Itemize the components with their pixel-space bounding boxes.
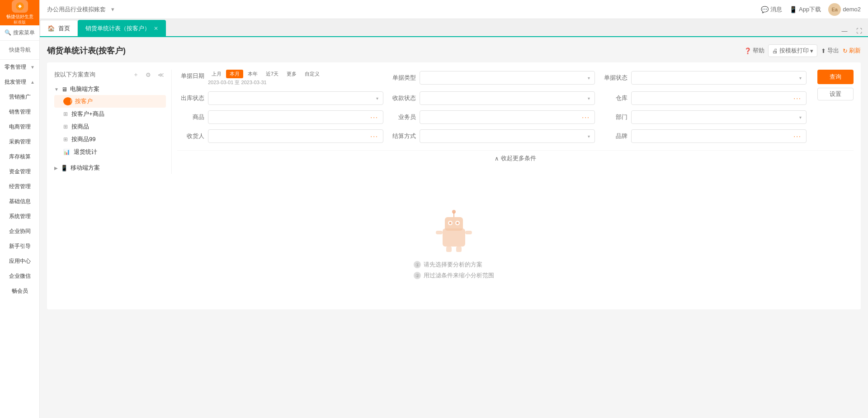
empty-illustration [427,208,481,253]
operation-label: 经营管理 [9,183,31,190]
sidebar-item-finance[interactable]: 资金管理 [0,164,39,179]
svg-rect-2 [445,217,463,231]
filter-panel: 按以下方案查询 ＋ ⚙ ≪ ▼ [47,62,861,181]
sidebar-item-operation[interactable]: 经营管理 [0,179,39,194]
plan-icons: ＋ ⚙ ≪ [131,70,166,80]
sidebar-item-wholesale[interactable]: 批发管理 ▲ [0,75,39,90]
page-action-group: ❓ 帮助 🖨 按模板打印 ▾ ⬆ 导出 ↻ 刷新 [744,44,861,57]
retail-arrow: ▼ [30,65,35,70]
by-customer-product-icon: ⊞ [63,111,68,117]
settings-button[interactable]: 设置 [817,88,854,100]
sidebar-item-basic[interactable]: 基础信息 [0,194,39,209]
plan-group-mobile: ▶ 📱 移动端方案 [54,162,166,174]
out-status-select[interactable]: ▾ [208,91,383,105]
doc-status-label: 单据状态 [600,74,627,82]
plan-items-desktop: 按 按客户 ⊞ 按客户+商品 ⊞ 按商品 [54,95,166,158]
template-print-label: 按模板打印 [779,47,809,55]
export-btn[interactable]: ⬆ 导出 [821,47,839,55]
sidebar-item-wechat[interactable]: 企业微信 [0,269,39,284]
doc-status-select[interactable]: ▾ [631,71,807,85]
filter-doc-status: 单据状态 ▾ [600,70,807,86]
sidebar-item-marketing[interactable]: 营销推广 [0,90,39,104]
tip-num-1: ① [414,261,421,268]
plan-collapse-btn[interactable]: ≪ [156,70,166,80]
date-pill-this-month[interactable]: 本月 [226,70,243,78]
date-pill-last-month[interactable]: 上月 [208,70,225,78]
sidebar-item-sales[interactable]: 销售管理 [0,104,39,119]
export-label: 导出 [827,47,839,55]
template-print-arrow: ▾ [810,48,813,54]
sidebar-item-apps[interactable]: 应用中心 [0,254,39,269]
salesperson-label: 业务员 [389,113,416,121]
inventory-label: 库存核算 [9,153,31,161]
plan-group-mobile-header[interactable]: ▶ 📱 移动端方案 [54,162,166,174]
plan-add-btn[interactable]: ＋ [131,70,141,80]
date-pill-this-year[interactable]: 本年 [244,70,261,78]
topbar-dropdown-icon[interactable]: ▾ [111,6,114,13]
plan-item-by-product[interactable]: ⊞ 按商品 [54,120,166,133]
template-print-btn[interactable]: 🖨 按模板打印 ▾ [768,44,817,57]
receiver-select[interactable]: ··· [208,129,383,143]
help-icon: ❓ [744,48,751,54]
refresh-btn[interactable]: ↻ 刷新 [843,47,861,55]
sidebar-item-system[interactable]: 系统管理 [0,209,39,224]
collect-status-select[interactable]: ▾ [420,91,595,105]
nav-label[interactable]: 快捷导航 [0,43,39,57]
sidebar-item-retail[interactable]: 零售管理 ▼ [0,60,39,75]
plan-group-desktop-header[interactable]: ▼ 🖥 电脑端方案 [54,83,166,95]
logo-icon [12,0,28,13]
svg-point-8 [452,210,456,214]
doc-type-select[interactable]: ▾ [420,71,595,85]
plan-item-by-customer-product[interactable]: ⊞ 按客户+商品 [54,108,166,120]
sidebar-item-newbie[interactable]: 新手引导 [0,239,39,254]
topbar: 办公用品行业模拟账套 ▾ 💬 消息 📱 App下载 Ea demo2 [40,0,868,19]
warehouse-select[interactable]: ··· [631,91,807,105]
filter-row-1: 单据日期 上月 本月 本年 近7天 更多 [177,70,807,86]
sidebar-item-inventory[interactable]: 库存核算 [0,149,39,164]
newbie-label: 新手引导 [9,242,31,250]
mobile-group-label: 移动端方案 [71,164,100,172]
tab-sales-stat[interactable]: 销货单统计表（按客户） ✕ [78,20,166,36]
collapse-bar[interactable]: ∧ 收起更多条件 [177,150,854,166]
salesperson-select[interactable]: ··· [420,110,595,124]
doc-type-arrow: ▾ [588,76,590,81]
vip-label: 畅会员 [12,287,28,295]
user-profile-btn[interactable]: Ea demo2 [828,3,861,16]
help-btn[interactable]: ❓ 帮助 [744,47,764,55]
plan-settings-btn[interactable]: ⚙ [143,70,153,80]
svg-rect-11 [446,247,452,252]
mobile-group-icon: 📱 [61,165,68,171]
sidebar-item-enterprise[interactable]: 企业协同 [0,224,39,239]
tab-minimize-btn[interactable]: — [839,25,850,36]
app-download-btn[interactable]: 📱 App下载 [789,5,821,14]
date-pill-custom[interactable]: 自定义 [301,70,323,78]
date-pill-more[interactable]: 更多 [283,70,300,78]
plan-item-return-stat[interactable]: 📊 退货统计 [54,146,166,158]
message-btn[interactable]: 💬 消息 [761,5,782,14]
payment-method-select[interactable]: ▾ [420,129,595,143]
tip-text-1: 请先选择要分析的方案 [424,261,482,269]
tab-close-btn[interactable]: ✕ [154,25,158,32]
tab-home[interactable]: 🏠 首页 [40,20,78,36]
sidebar-item-ecommerce[interactable]: 电商管理 [0,119,39,134]
sidebar-item-vip[interactable]: 畅会员 [0,284,39,299]
date-pill-7days[interactable]: 近7天 [262,70,282,78]
warehouse-dots: ··· [793,95,802,102]
tab-maximize-btn[interactable]: ⛶ [854,25,864,36]
plan-item-by-product-99[interactable]: ⊞ 按商品99 [54,133,166,146]
plan-item-by-customer[interactable]: 按 按客户 [54,95,166,108]
brand-select[interactable]: ··· [631,129,807,143]
by-customer-label: 按客户 [75,97,93,105]
filter-brand: 品牌 ··· [600,129,807,143]
department-arrow: ▾ [799,115,802,120]
query-button[interactable]: 查询 [817,70,854,84]
tab-sales-stat-label: 销货单统计表（按客户） [85,24,150,33]
refresh-label: 刷新 [849,47,861,55]
search-menu[interactable]: 🔍 搜索菜单 [0,25,39,41]
department-select[interactable]: ▾ [631,110,807,124]
filter-left-panel: 按以下方案查询 ＋ ⚙ ≪ ▼ [54,70,172,174]
sidebar-item-purchase[interactable]: 采购管理 [0,134,39,149]
apps-label: 应用中心 [9,257,31,265]
filter-form-wrapper: 单据日期 上月 本月 本年 近7天 更多 [177,70,854,148]
product-select[interactable]: ··· [208,110,383,124]
